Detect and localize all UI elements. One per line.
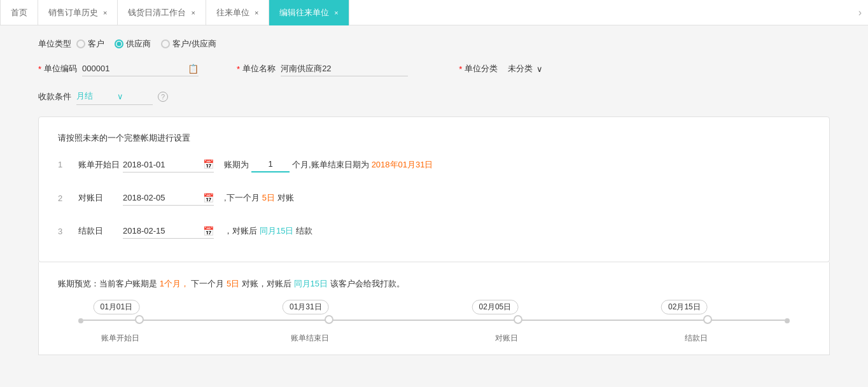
period-date-2-wrap: 📅 xyxy=(123,190,214,206)
period-row3-suffix: 结款 xyxy=(296,225,312,237)
timeline-label-4: 结款日 xyxy=(685,333,708,344)
preview-suffix: 该客户会给我打款。 xyxy=(330,279,405,288)
timeline-left-end xyxy=(78,318,83,323)
unit-name-label: 单位名称 xyxy=(242,63,276,74)
timeline-dot-1 xyxy=(135,315,144,324)
period-row3-prefix: ，对账后 xyxy=(224,225,257,237)
timeline-label-3: 对账日 xyxy=(495,333,518,344)
preview-section: 账期预览：当前客户账期是 1个月， 下一个月 5日 对账，对账后 同月15日 该… xyxy=(38,262,830,355)
calendar-icon-1[interactable]: 📅 xyxy=(203,159,214,169)
period-label-2: 对账日 xyxy=(78,192,123,204)
period-date-2-input[interactable] xyxy=(123,190,199,205)
period-card-title: 请按照未来的一个完整帐期进行设置 xyxy=(58,132,810,144)
timeline-dot-2 xyxy=(325,315,333,324)
radio-both[interactable]: 客户/供应商 xyxy=(161,38,216,50)
calendar-icon-3[interactable]: 📅 xyxy=(203,226,214,236)
timeline-right-end xyxy=(785,318,790,323)
timeline-dot-3 xyxy=(514,315,522,324)
period-row-1: 1 账单开始日 📅 账期为 个月,账单结束日期为 2018年01月31日 xyxy=(58,157,810,172)
tab-sales-history[interactable]: 销售订单历史 × xyxy=(38,0,118,25)
help-icon[interactable]: ? xyxy=(158,92,168,102)
close-icon[interactable]: × xyxy=(255,9,258,17)
unit-name-input[interactable] xyxy=(281,61,408,76)
timeline-date-3: 02月05日 xyxy=(472,300,519,314)
period-date-3-input[interactable] xyxy=(123,223,199,238)
preview-middle1: 下一个月 xyxy=(191,279,224,288)
tab-edit-partner[interactable]: 编辑往来单位 × xyxy=(269,0,349,25)
unit-classify-wrap: 未分类 ∨ xyxy=(503,63,584,74)
radio-label-customer: 客户 xyxy=(88,38,104,50)
radio-circle-both xyxy=(161,39,170,48)
period-months-input[interactable] xyxy=(251,157,290,172)
period-label-1: 账单开始日 xyxy=(78,159,123,171)
period-label-3: 结款日 xyxy=(78,225,123,237)
period-end-date-highlight: 2018年01月31日 xyxy=(372,159,433,171)
timeline-date-4: 02月15日 xyxy=(661,300,708,314)
unit-type-label: 单位类型 xyxy=(38,38,71,50)
classify-chevron-icon: ∨ xyxy=(536,64,543,74)
payment-terms-label: 收款条件 xyxy=(38,91,71,102)
period-num-3: 3 xyxy=(58,227,71,236)
tabs-bar: 首页 销售订单历史 × 钱货日清工作台 × 往来单位 × 编辑往来单位 × › xyxy=(0,0,868,25)
copy-icon[interactable]: 📋 xyxy=(188,64,199,74)
period-row3-highlight: 同月15日 xyxy=(260,225,293,237)
radio-customer[interactable]: 客户 xyxy=(76,38,104,50)
preview-highlight2: 5日 xyxy=(227,279,239,288)
unit-code-label: 单位编码 xyxy=(44,63,77,74)
unit-type-row: 单位类型 客户 供应商 客户/供应商 xyxy=(38,38,830,50)
tab-partner-unit[interactable]: 往来单位 × xyxy=(206,0,269,25)
period-row1-suffix: 个月,账单结束日期为 xyxy=(292,159,369,171)
period-date-1-wrap: 📅 xyxy=(123,157,214,172)
tabs-more-arrow[interactable]: › xyxy=(852,7,868,18)
period-row-3: 3 结款日 📅 ，对账后 同月15日 结款 xyxy=(58,223,810,239)
timeline-track: 01月01日 账单开始日 01月31日 账单结束日 02月05日 对账日 xyxy=(83,310,785,335)
close-icon[interactable]: × xyxy=(334,9,338,17)
timeline-line xyxy=(83,320,785,321)
close-icon[interactable]: × xyxy=(103,9,107,17)
preview-middle2: 对账，对账后 xyxy=(242,279,291,288)
preview-highlight3: 同月15日 xyxy=(294,279,328,288)
timeline-date-1: 01月01日 xyxy=(93,300,139,314)
preview-highlight1: 1个月， xyxy=(160,279,189,288)
required-star-name: * xyxy=(237,64,240,74)
payment-chevron-icon: ∨ xyxy=(117,92,153,101)
timeline-point-4: 02月15日 结款日 xyxy=(703,315,712,324)
timeline-point-2: 01月31日 账单结束日 xyxy=(325,315,333,324)
tab-home[interactable]: 首页 xyxy=(0,0,38,25)
unit-classify-value: 未分类 xyxy=(508,63,533,74)
timeline-point-3: 02月05日 对账日 xyxy=(514,315,522,324)
timeline-point-1: 01月01日 账单开始日 xyxy=(135,315,144,324)
period-row2-highlight: 5日 xyxy=(262,192,275,204)
timeline-dot-4 xyxy=(703,315,712,324)
calendar-icon-2[interactable]: 📅 xyxy=(203,193,214,203)
unit-classify-label: 单位分类 xyxy=(465,63,498,74)
tab-cash-workbench[interactable]: 钱货日清工作台 × xyxy=(118,0,206,25)
timeline-section: 01月01日 账单开始日 01月31日 账单结束日 02月05日 对账日 xyxy=(58,304,810,348)
preview-prefix: 账期预览：当前客户账期是 xyxy=(58,279,157,288)
unit-code-field-wrap: 📋 xyxy=(82,61,199,76)
close-icon[interactable]: × xyxy=(191,9,195,17)
unit-code-input[interactable] xyxy=(82,61,184,76)
radio-label-both: 客户/供应商 xyxy=(172,38,216,50)
radio-supplier[interactable]: 供应商 xyxy=(115,38,151,50)
unit-fields-row: * 单位编码 📋 * 单位名称 * 单位分类 未分类 ∨ xyxy=(38,61,830,76)
payment-terms-row: 收款条件 月结 ∨ ? xyxy=(38,88,830,105)
period-row-2: 2 对账日 📅 ,下一个月 5日 对账 xyxy=(58,190,810,206)
period-date-3-wrap: 📅 xyxy=(123,223,214,239)
period-card: 请按照未来的一个完整帐期进行设置 1 账单开始日 📅 账期为 个月,账单结束日期… xyxy=(38,116,830,262)
timeline-date-2: 01月31日 xyxy=(283,300,329,314)
period-num-1: 1 xyxy=(58,160,71,169)
required-star-code: * xyxy=(38,64,41,74)
unit-classify-dropdown[interactable]: 未分类 ∨ xyxy=(508,63,584,74)
radio-circle-customer xyxy=(76,39,85,48)
period-date-1-input[interactable] xyxy=(123,157,199,172)
period-row2-prefix: ,下一个月 xyxy=(224,192,260,204)
main-content: 单位类型 客户 供应商 客户/供应商 * 单位编码 📋 * 单位名称 * xyxy=(0,25,868,387)
radio-circle-supplier xyxy=(115,39,123,48)
payment-terms-value: 月结 xyxy=(76,90,112,102)
radio-label-supplier: 供应商 xyxy=(126,38,151,50)
period-row1-prefix: 账期为 xyxy=(224,159,249,171)
unit-type-radio-group: 客户 供应商 客户/供应商 xyxy=(76,38,216,50)
timeline-label-1: 账单开始日 xyxy=(101,333,139,344)
payment-terms-select[interactable]: 月结 ∨ xyxy=(76,88,153,105)
